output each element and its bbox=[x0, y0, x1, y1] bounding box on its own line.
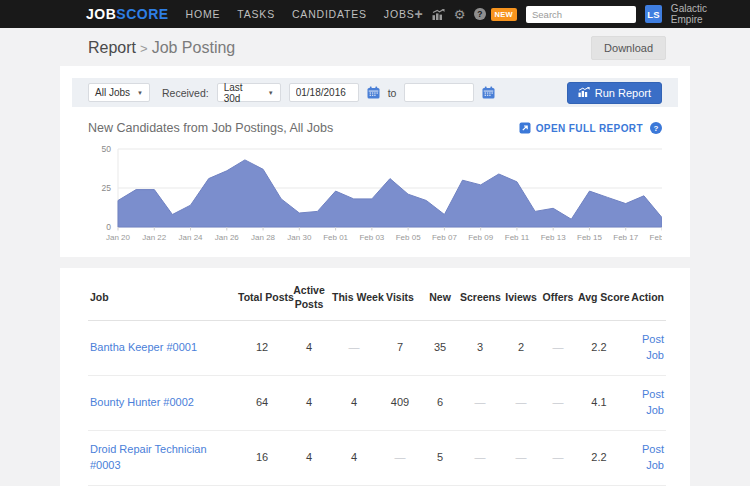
svg-text:Jan 24: Jan 24 bbox=[179, 233, 204, 242]
job-link[interactable]: Bantha Keeper #0001 bbox=[90, 341, 197, 353]
nav-home[interactable]: HOME bbox=[186, 8, 221, 20]
column-header: New bbox=[422, 272, 458, 321]
help-icon[interactable]: ? bbox=[474, 8, 485, 20]
jobscore-logo[interactable]: JOBSCORE bbox=[86, 6, 169, 22]
svg-text:Feb 09: Feb 09 bbox=[468, 233, 493, 242]
svg-text:Feb 11: Feb 11 bbox=[505, 233, 530, 242]
post-job-link[interactable]: Post Job bbox=[642, 333, 664, 361]
breadcrumb-separator: > bbox=[136, 41, 152, 56]
column-header: Active Posts bbox=[288, 272, 330, 321]
report-card: All Jobs▼ Received: Last 30d▼ to Run Rep… bbox=[60, 66, 690, 257]
column-header: Avg Score bbox=[576, 272, 622, 321]
svg-text:Jan 22: Jan 22 bbox=[142, 233, 167, 242]
top-navbar: JOBSCORE HOME TASKS CANDIDATES JOBS + ⚙ … bbox=[0, 0, 750, 28]
calendar-icon[interactable] bbox=[482, 86, 495, 99]
received-label: Received: bbox=[162, 87, 209, 99]
nav-tasks[interactable]: TASKS bbox=[237, 8, 275, 20]
post-job-link[interactable]: Post Job bbox=[642, 388, 664, 416]
account-name: Galactic Empire bbox=[671, 3, 737, 25]
svg-text:Jan 30: Jan 30 bbox=[287, 233, 312, 242]
to-label: to bbox=[388, 87, 397, 99]
job-posting-table-card: JobTotal PostsActive PostsThis WeekVisit… bbox=[60, 268, 690, 486]
table-row: Bounty Hunter #000264444096———4.1Post Jo… bbox=[88, 376, 666, 431]
svg-text:Feb 01: Feb 01 bbox=[323, 233, 348, 242]
column-header: Visits bbox=[378, 272, 422, 321]
chevron-down-icon: ▼ bbox=[268, 90, 274, 96]
breadcrumb-report[interactable]: Report bbox=[88, 39, 136, 56]
svg-text:Jan 20: Jan 20 bbox=[106, 233, 131, 242]
column-header: This Week bbox=[330, 272, 378, 321]
open-report-icon bbox=[519, 122, 531, 134]
gear-icon[interactable]: ⚙ bbox=[454, 8, 466, 21]
svg-text:Feb 13: Feb 13 bbox=[541, 233, 566, 242]
date-range-select[interactable]: Last 30d▼ bbox=[217, 83, 281, 102]
job-link[interactable]: Bounty Hunter #0002 bbox=[90, 396, 194, 408]
nav-candidates[interactable]: CANDIDATES bbox=[292, 8, 367, 20]
table-header-row: JobTotal PostsActive PostsThis WeekVisit… bbox=[88, 272, 666, 321]
column-header: Total Posts bbox=[236, 272, 288, 321]
table-row: Bantha Keeper #0001124—73532—2.2Post Job bbox=[88, 321, 666, 376]
svg-text:Jan 26: Jan 26 bbox=[215, 233, 240, 242]
breadcrumb: Report>Job Posting bbox=[88, 39, 235, 57]
calendar-icon[interactable] bbox=[367, 86, 380, 99]
svg-text:Feb 03: Feb 03 bbox=[359, 233, 384, 242]
svg-text:Feb 19: Feb 19 bbox=[650, 233, 662, 242]
plus-icon[interactable]: + bbox=[414, 7, 422, 21]
chart-icon bbox=[578, 87, 590, 99]
svg-text:Feb 07: Feb 07 bbox=[432, 233, 457, 242]
analytics-icon[interactable] bbox=[432, 9, 445, 20]
svg-text:50: 50 bbox=[102, 145, 112, 154]
run-report-button[interactable]: Run Report bbox=[567, 82, 662, 104]
svg-text:25: 25 bbox=[102, 183, 112, 193]
filter-bar: All Jobs▼ Received: Last 30d▼ to Run Rep… bbox=[72, 78, 678, 107]
chart-help-icon[interactable]: ? bbox=[650, 122, 662, 134]
chart-title: New Candidates from Job Postings, All Jo… bbox=[88, 121, 333, 135]
nav-jobs[interactable]: JOBS bbox=[384, 8, 415, 20]
svg-text:Feb 17: Feb 17 bbox=[613, 233, 638, 242]
avatar[interactable]: LS bbox=[645, 5, 662, 23]
new-badge: NEW bbox=[491, 8, 517, 21]
page-title: Job Posting bbox=[152, 39, 236, 56]
job-posting-table: JobTotal PostsActive PostsThis WeekVisit… bbox=[88, 272, 666, 486]
date-to-input[interactable] bbox=[404, 83, 474, 102]
svg-text:Jan 28: Jan 28 bbox=[251, 233, 276, 242]
column-header: Offers bbox=[540, 272, 576, 321]
post-job-link[interactable]: Post Job bbox=[642, 443, 664, 471]
column-header: Iviews bbox=[502, 272, 540, 321]
chevron-down-icon: ▼ bbox=[137, 90, 143, 96]
date-from-input[interactable] bbox=[289, 83, 359, 102]
job-link[interactable]: Droid Repair Technician #0003 bbox=[90, 443, 207, 471]
area-chart: 02550Jan 20Jan 22Jan 24Jan 26Jan 28Jan 3… bbox=[60, 141, 690, 247]
column-header: Job bbox=[88, 272, 236, 321]
svg-text:Feb 15: Feb 15 bbox=[577, 233, 602, 242]
jobs-filter-select[interactable]: All Jobs▼ bbox=[88, 83, 150, 102]
column-header: Screens bbox=[458, 272, 502, 321]
svg-text:Feb 05: Feb 05 bbox=[396, 233, 421, 242]
search-input[interactable] bbox=[526, 6, 636, 23]
table-row: Droid Repair Technician #00031644—5———2.… bbox=[88, 431, 666, 486]
open-full-report-link[interactable]: OPEN FULL REPORT bbox=[536, 123, 643, 134]
svg-text:0: 0 bbox=[106, 222, 111, 232]
download-button[interactable]: Download bbox=[591, 36, 666, 60]
